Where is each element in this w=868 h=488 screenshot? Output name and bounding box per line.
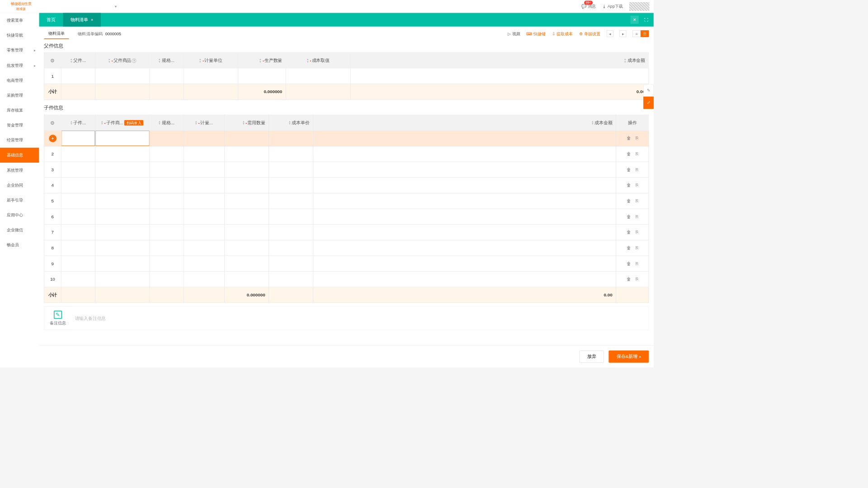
delete-row-icon[interactable]: 🗑 xyxy=(627,230,631,235)
sidebar-item[interactable]: 企业协同 xyxy=(0,178,39,192)
help-icon[interactable]: ? xyxy=(132,59,137,63)
table-row[interactable]: 4🗑⎘ xyxy=(44,178,649,193)
avatar[interactable] xyxy=(629,2,650,11)
sidebar-item[interactable]: 库存核算 xyxy=(0,103,39,117)
table-row[interactable]: 6🗑⎘ xyxy=(44,209,649,225)
sidebar-item-label: 零售管理 xyxy=(7,47,23,53)
download-icon: ⭳ xyxy=(602,4,606,9)
sidebar-item[interactable]: 搜索菜单 xyxy=(0,13,39,28)
edit-rail-button[interactable]: ✎ xyxy=(643,84,654,97)
fullscreen-icon[interactable]: ⛶ xyxy=(642,16,650,24)
col-parent-unit[interactable]: 计量单位 xyxy=(203,58,222,63)
subtab-bom[interactable]: 物料清单 xyxy=(44,28,69,39)
col-child-unit-cost[interactable]: 成本单价 xyxy=(292,120,309,125)
extract-cost-link[interactable]: ⇩提取成本 xyxy=(552,31,573,37)
col-child-unit[interactable]: 计量... xyxy=(198,120,213,125)
col-child-name[interactable]: 子件商... xyxy=(104,120,123,125)
child-subtotal-row: 小计 0.000000 0.00 xyxy=(44,287,649,303)
shortcut-link[interactable]: ⌨快捷键 xyxy=(526,31,546,37)
remark-input[interactable] xyxy=(71,306,648,329)
col-parent-cost-src[interactable]: 成本取值 xyxy=(310,58,329,63)
delete-row-icon[interactable]: 🗑 xyxy=(627,261,631,266)
view-toggle: ≡ ☰ xyxy=(632,30,649,37)
copy-row-icon[interactable]: ⎘ xyxy=(636,230,638,235)
copy-row-icon[interactable]: ⎘ xyxy=(636,261,638,266)
save-new-button[interactable]: 保存&新增 ▴ xyxy=(609,351,649,363)
copy-row-icon[interactable]: ⎘ xyxy=(636,245,638,250)
delete-row-icon[interactable]: 🗑 xyxy=(627,151,631,156)
tab-home[interactable]: 首页 xyxy=(39,13,63,27)
view-list-button[interactable]: ≡ xyxy=(632,30,641,37)
close-icon[interactable]: × xyxy=(91,17,93,22)
col-child-cost-amt[interactable]: 成本金额 xyxy=(594,120,612,125)
next-button[interactable]: ▸ xyxy=(619,30,626,37)
copy-row-icon[interactable]: ⎘ xyxy=(636,198,638,203)
sidebar-item[interactable]: 应用中心 xyxy=(0,207,39,222)
delete-row-icon[interactable]: 🗑 xyxy=(627,214,631,219)
sidebar-item[interactable]: 新手引导 xyxy=(0,192,39,207)
doc-setting-link[interactable]: ⚙单据设置 xyxy=(579,31,600,37)
sidebar-item-label: 系统管理 xyxy=(7,167,23,173)
view-detail-button[interactable]: ☰ xyxy=(641,30,649,37)
col-child-code[interactable]: 子件... xyxy=(73,120,86,125)
tab-bar-close-button[interactable]: ✕ xyxy=(631,16,639,24)
company-select[interactable]: ▾ xyxy=(45,2,120,10)
delete-row-icon[interactable]: 🗑 xyxy=(627,198,631,203)
copy-row-icon[interactable]: ⎘ xyxy=(636,183,638,188)
scan-input-button[interactable]: 扫码录入 xyxy=(124,120,143,125)
gear-icon[interactable]: ⚙ xyxy=(50,120,55,125)
sidebar-item[interactable]: 畅会员 xyxy=(0,238,39,253)
copy-row-icon[interactable]: ⎘ xyxy=(636,214,638,219)
col-child-qty[interactable]: 需用数量 xyxy=(245,120,265,125)
messages-link[interactable]: 💬 消息 99+ xyxy=(581,4,596,9)
sidebar-item[interactable]: 企业微信 xyxy=(0,222,39,237)
sidebar-item[interactable]: 批发管理▸ xyxy=(0,58,39,73)
sidebar-item[interactable]: 基础信息 xyxy=(0,148,39,163)
delete-row-icon[interactable]: 🗑 xyxy=(627,136,631,141)
prev-button[interactable]: ◂ xyxy=(607,30,613,37)
sidebar-item[interactable]: 资金管理 xyxy=(0,118,39,133)
delete-row-icon[interactable]: 🗑 xyxy=(627,245,631,250)
col-parent-code[interactable]: 父件... xyxy=(73,58,86,63)
col-parent-cost-amt[interactable]: 成本金额 xyxy=(627,58,645,63)
delete-row-icon[interactable]: 🗑 xyxy=(627,167,631,172)
remark-panel: ✎ 备注信息 xyxy=(44,306,649,330)
table-row[interactable]: 5🗑⎘ xyxy=(44,193,649,209)
caret-up-icon: ▴ xyxy=(639,355,641,358)
table-row[interactable]: 7🗑⎘ xyxy=(44,225,649,240)
col-parent-qty[interactable]: 生产数量 xyxy=(263,58,282,63)
video-link[interactable]: ▷视频 xyxy=(508,31,520,37)
sidebar-item[interactable]: 电商管理 xyxy=(0,73,39,88)
tab-bom[interactable]: 物料清单 × xyxy=(63,13,101,27)
sidebar-item[interactable]: 经营管理 xyxy=(0,133,39,148)
col-parent-spec[interactable]: 规格... xyxy=(162,58,175,63)
sidebar-item[interactable]: 系统管理 xyxy=(0,163,39,178)
add-row-icon[interactable]: + xyxy=(49,135,57,142)
table-row[interactable]: 9🗑⎘ xyxy=(44,256,649,272)
table-row[interactable]: 8🗑⎘ xyxy=(44,240,649,256)
sidebar-item[interactable]: 快捷导航 xyxy=(0,28,39,43)
table-row[interactable]: +🗑⎘ xyxy=(44,131,649,146)
sidebar-item[interactable]: 零售管理▸ xyxy=(0,43,39,58)
col-child-spec[interactable]: 规格... xyxy=(162,120,175,125)
table-row[interactable]: 2🗑⎘ xyxy=(44,146,649,162)
note-icon: ✎ xyxy=(54,310,62,319)
sidebar-item-label: 企业协同 xyxy=(7,182,23,188)
table-row[interactable]: 10🗑⎘ xyxy=(44,272,649,287)
discard-button[interactable]: 放弃 xyxy=(580,351,604,363)
copy-row-icon[interactable]: ⎘ xyxy=(636,136,638,141)
sidebar-item-label: 电商管理 xyxy=(7,77,23,83)
copy-row-icon[interactable]: ⎘ xyxy=(636,151,638,156)
gear-icon[interactable]: ⚙ xyxy=(50,58,55,63)
expand-rail-button[interactable]: ⤢ xyxy=(643,97,654,109)
col-parent-name[interactable]: 父件商品 xyxy=(112,58,131,63)
copy-row-icon[interactable]: ⎘ xyxy=(636,167,638,172)
sidebar-item[interactable]: 采购管理 xyxy=(0,88,39,103)
table-row[interactable]: 3🗑⎘ xyxy=(44,162,649,178)
logo: 畅捷通好生意 标准版 xyxy=(4,0,38,13)
delete-row-icon[interactable]: 🗑 xyxy=(627,277,631,282)
delete-row-icon[interactable]: 🗑 xyxy=(627,183,631,188)
copy-row-icon[interactable]: ⎘ xyxy=(636,277,638,282)
download-link[interactable]: ⭳ App下载 xyxy=(602,4,623,9)
table-row[interactable]: 1 xyxy=(44,68,649,84)
